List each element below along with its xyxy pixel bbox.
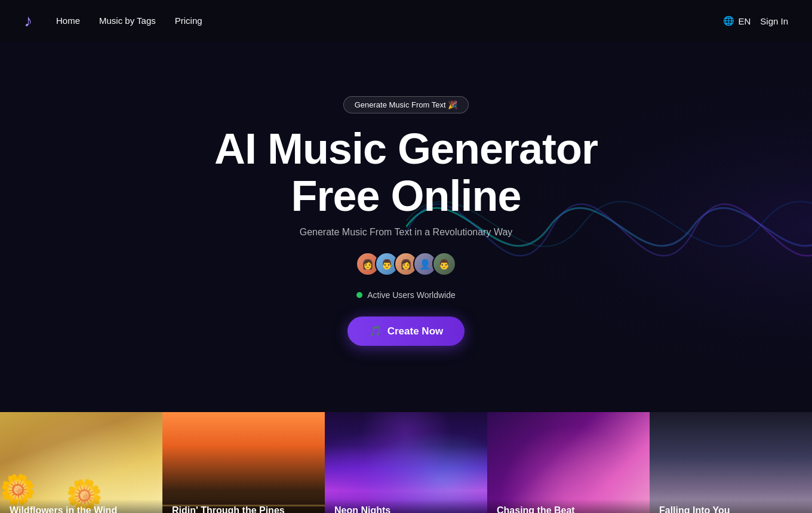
- create-button-label: Create Now: [387, 325, 444, 337]
- avatar-5: 👨: [432, 252, 456, 276]
- lang-label: EN: [738, 16, 751, 26]
- card-neon[interactable]: Neon Nights: [325, 412, 487, 513]
- create-now-button[interactable]: 🎵 Create Now: [347, 317, 465, 346]
- card-falling-bg: [650, 412, 812, 513]
- nav-left: ♪ Home Music by Tags Pricing: [24, 11, 202, 30]
- card-neon-label: Neon Nights: [325, 499, 487, 513]
- music-cards-section: 🌼 🌼 🌼 Wildflowers in the Wind Ridin' Thr…: [0, 412, 812, 513]
- card-chasing-glow: [487, 412, 650, 513]
- sign-in-button[interactable]: Sign In: [760, 16, 788, 26]
- card-falling[interactable]: Falling Into You: [650, 412, 812, 513]
- card-ridin-label: Ridin' Through the Pines: [162, 499, 325, 513]
- hero-title-line2: Free Online: [291, 172, 521, 220]
- card-chasing[interactable]: Chasing the Beat: [487, 412, 650, 513]
- pricing-link[interactable]: Pricing: [175, 16, 202, 26]
- hero-subtitle: Generate Music From Text in a Revolution…: [300, 227, 513, 238]
- card-neon-lights: [325, 412, 487, 513]
- globe-icon: 🌐: [723, 16, 734, 26]
- nav-right: 🌐 EN Sign In: [723, 16, 788, 26]
- avatars-row: 👩 👨 👩 👤 👨: [356, 252, 456, 276]
- nav-links: Home Music by Tags Pricing: [56, 16, 202, 26]
- hero-section: Generate Music From Text 🎉 AI Music Gene…: [0, 42, 812, 412]
- logo: ♪: [24, 11, 32, 30]
- badge-text: Generate Music From Text 🎉: [355, 100, 458, 109]
- active-indicator: [356, 292, 362, 298]
- active-users-row: Active Users Worldwide: [356, 290, 456, 300]
- card-falling-label: Falling Into You: [650, 499, 812, 513]
- nav-item-pricing[interactable]: Pricing: [175, 16, 202, 26]
- card-chasing-label: Chasing the Beat: [487, 499, 650, 513]
- hero-title: AI Music Generator Free Online: [214, 125, 598, 220]
- card-ridin-bg: [162, 412, 325, 513]
- card-ridin[interactable]: Ridin' Through the Pines: [162, 412, 325, 513]
- hero-badge: Generate Music From Text 🎉: [343, 96, 469, 113]
- card-wildflowers[interactable]: 🌼 🌼 🌼 Wildflowers in the Wind: [0, 412, 162, 513]
- navbar: ♪ Home Music by Tags Pricing 🌐 EN Sign I…: [0, 0, 812, 42]
- create-music-icon: 🎵: [369, 325, 382, 337]
- home-link[interactable]: Home: [56, 16, 80, 26]
- nav-item-home[interactable]: Home: [56, 16, 80, 26]
- language-button[interactable]: 🌐 EN: [723, 16, 751, 26]
- hero-content: Generate Music From Text 🎉 AI Music Gene…: [214, 96, 598, 346]
- active-users-text: Active Users Worldwide: [367, 290, 456, 300]
- card-wildflowers-label: Wildflowers in the Wind: [0, 499, 162, 513]
- nav-item-music-by-tags[interactable]: Music by Tags: [99, 16, 156, 26]
- music-by-tags-link[interactable]: Music by Tags: [99, 16, 156, 26]
- hero-title-line1: AI Music Generator: [214, 125, 598, 173]
- logo-icon: ♪: [24, 11, 32, 30]
